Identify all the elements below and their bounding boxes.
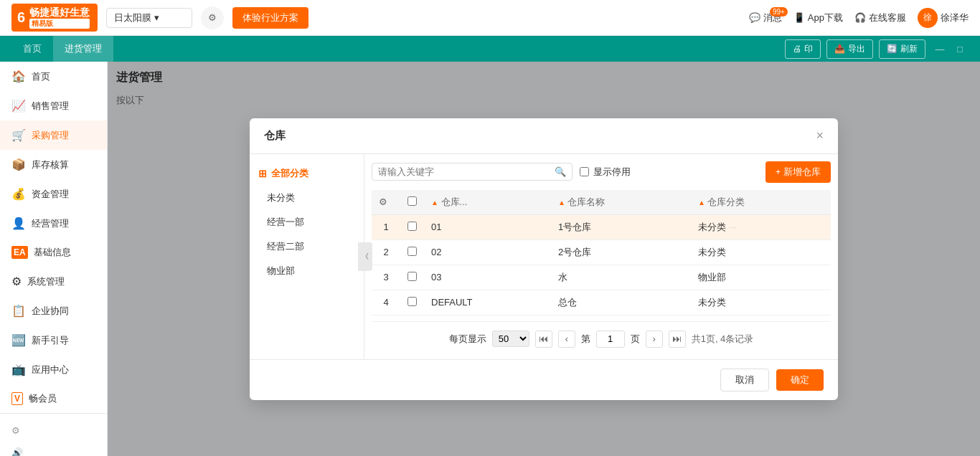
maximize-btn[interactable]: □ [951,40,969,57]
settings-gear-btn[interactable]: ⚙ [201,6,224,29]
sidebar-item-member[interactable]: V 畅会员 [0,384,107,413]
last-page-btn[interactable]: ⏭ [669,331,686,348]
show-disabled-checkbox[interactable] [580,167,589,176]
row-name: 2号仓库 [551,239,691,265]
all-categories-item[interactable]: ⊞ 全部分类 [250,161,364,186]
table-row[interactable]: 2 02 2号仓库 未分类 [372,239,831,265]
warehouse-modal: 仓库 × ⊞ 全部分类 未分类 经营一部 经营二部 物业部 [250,118,838,400]
search-input[interactable] [378,166,550,177]
sort-icon-code: ▲ [431,199,438,206]
store-selector[interactable]: 日太阳膜 ▾ [106,8,192,28]
row-name: 水 [551,265,691,290]
apps-icon: 📺 [11,363,26,376]
col-code-header[interactable]: ▲ 仓库... [424,190,551,215]
logo-sub: 精易版 [29,19,90,29]
row-checkbox-cell[interactable] [400,290,424,315]
main-layout: 🏠 首页 📈 销售管理 🛒 采购管理 📦 库存核算 💰 资金管理 👤 经营管理 … [0,62,980,456]
refresh-btn[interactable]: 🔄 刷新 [879,39,925,59]
sidebar-item-finance[interactable]: 💰 资金管理 [0,179,107,209]
modal-header: 仓库 × [250,118,838,154]
trial-button[interactable]: 体验行业方案 [232,7,308,29]
row-code: 03 [424,265,551,290]
refresh-label: 刷新 [900,43,918,55]
per-page-label: 每页显示 [449,333,486,346]
row-name: 总仓 [551,290,691,315]
system-icon: ⚙ [11,275,22,288]
table-row[interactable]: 3 03 水 物业部 [372,265,831,290]
new-warehouse-btn[interactable]: + 新增仓库 [765,161,831,183]
operations-icon: 👤 [11,217,26,230]
subnav-item-home[interactable]: 首页 [11,36,53,62]
header-right: 💬 消息 99+ 📱 App下载 🎧 在线客服 徐 徐泽华 [749,8,969,28]
user-profile[interactable]: 徐 徐泽华 [918,8,969,28]
sidebar-item-apps[interactable]: 📺 应用中心 [0,355,107,384]
cat-item-property[interactable]: 物业部 [250,259,364,283]
sidebar-volume-btn[interactable]: 🔊 [0,442,107,456]
modal-title: 仓库 [264,129,286,143]
page-input[interactable] [596,331,625,348]
app-download-btn[interactable]: 📱 App下载 [793,11,843,24]
per-page-select[interactable]: 50 100 200 [492,331,529,347]
sub-nav-right: 🖨 印 📤 导出 🔄 刷新 — □ [785,39,969,59]
show-disabled-label[interactable]: 显示停用 [580,166,631,179]
message-icon: 💬 [749,12,760,23]
table-row[interactable]: 1 01 1号仓库 未分类 ··· [372,214,831,239]
cat-item-ops1[interactable]: 经营一部 [250,210,364,234]
messages-badge: 99+ [770,7,788,16]
row-category: 物业部 [691,265,831,290]
messages-btn[interactable]: 💬 消息 99+ [749,11,782,24]
row-name: 1号仓库 [551,214,691,239]
chevron-down-icon: ▾ [154,12,159,23]
export-btn[interactable]: 📤 导出 [826,39,873,59]
online-service-btn[interactable]: 🎧 在线客服 [854,11,906,24]
next-page-btn[interactable]: › [646,331,663,348]
col-settings-header[interactable]: ⚙ [372,190,400,215]
online-service-label: 在线客服 [869,11,906,24]
volume-icon: 🔊 [11,447,23,456]
sidebar-item-purchase-label: 采购管理 [32,129,69,142]
cat-item-ops2[interactable]: 经营二部 [250,234,364,259]
sidebar-item-sales[interactable]: 📈 销售管理 [0,91,107,120]
cat-item-uncategorized[interactable]: 未分类 [250,186,364,210]
prev-page-btn[interactable]: ‹ [558,331,575,348]
print-btn[interactable]: 🖨 印 [785,39,821,59]
row-checkbox-cell[interactable] [400,239,424,265]
sidebar-settings-btn[interactable]: ⚙ [0,419,107,442]
select-all-checkbox[interactable] [407,196,417,206]
confirm-button[interactable]: 确定 [776,369,824,391]
col-name-header[interactable]: ▲ 仓库名称 [551,190,691,215]
sidebar-item-purchase[interactable]: 🛒 采购管理 [0,120,107,150]
table-row[interactable]: 4 DEFAULT 总仓 未分类 [372,290,831,315]
row-checkbox-cell[interactable] [400,265,424,290]
sidebar-item-member-label: 畅会员 [29,392,57,405]
sidebar-item-operations[interactable]: 👤 经营管理 [0,209,107,238]
sidebar-item-system[interactable]: ⚙ 系统管理 [0,267,107,296]
category-collapse-btn[interactable]: 《 [358,242,372,271]
basic-info-icon: EA [11,246,28,259]
sidebar-item-basic-info[interactable]: EA 基础信息 [0,238,107,267]
subnav-item-purchase[interactable]: 进货管理 [53,36,113,62]
col-category-header[interactable]: ▲ 仓库分类 [691,190,831,215]
sidebar-item-home-label: 首页 [32,70,50,83]
more-btn[interactable]: ··· [729,222,737,232]
row-checkbox[interactable] [407,272,417,281]
first-page-btn[interactable]: ⏮ [535,331,552,348]
row-checkbox[interactable] [407,222,417,231]
col-checkbox-header[interactable] [400,190,424,215]
modal-close-btn[interactable]: × [816,128,824,143]
cancel-button[interactable]: 取消 [720,369,769,391]
sidebar-item-system-label: 系统管理 [27,275,65,288]
minimize-btn[interactable]: — [931,40,948,57]
row-checkbox[interactable] [407,297,417,306]
sidebar-item-enterprise[interactable]: 📋 企业协同 [0,296,107,326]
sidebar-item-inventory[interactable]: 📦 库存核算 [0,150,107,179]
sidebar-item-guide[interactable]: 🆕 新手引导 [0,326,107,355]
row-checkbox[interactable] [407,247,417,256]
home-icon: 🏠 [11,70,26,83]
row-category: 未分类 [691,290,831,315]
row-category: 未分类 ··· [691,214,831,239]
row-checkbox-cell[interactable] [400,214,424,239]
sidebar-item-home[interactable]: 🏠 首页 [0,62,107,91]
sidebar-item-basic-info-label: 基础信息 [34,246,71,259]
purchase-icon: 🛒 [11,128,26,142]
